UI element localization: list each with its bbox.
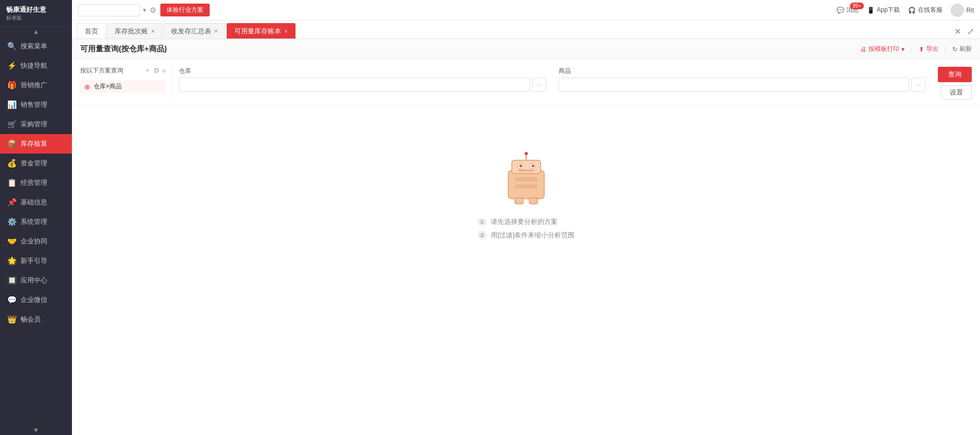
sidebar-logo: 畅康通好生意 标准版 — [6, 5, 66, 22]
svg-rect-10 — [515, 184, 538, 188]
wechat-icon: 💬 — [7, 295, 16, 305]
expand-tab-button[interactable]: ⤢ — [965, 25, 976, 39]
online-service-label: 在线客服 — [918, 6, 942, 14]
close-icon[interactable]: × — [214, 28, 218, 35]
filter-area: 按以下方案查询 ＋ ⚙ « ⊕ 仓库+商品 仓库 — [72, 60, 980, 106]
export-icon: ⬆ — [919, 46, 924, 53]
sidebar-item-label: 采购管理 — [21, 120, 47, 129]
scheme-label: 仓库+商品 — [94, 82, 122, 91]
print-template-button[interactable]: 🖨 按模板打印 ▾ — [860, 45, 904, 53]
sidebar-item-label: 企业协同 — [21, 237, 47, 246]
search-icon: 🔍 — [7, 42, 16, 51]
sidebar-item-apps[interactable]: 🔲 应用中心 — [0, 271, 72, 290]
sidebar-item-guide[interactable]: 🌟 新手引导 — [0, 251, 72, 271]
app-download-label: App下载 — [877, 6, 900, 14]
sidebar-item-basic[interactable]: 📌 基础信息 — [0, 193, 72, 212]
tab-batch-account-label: 库存批次账 — [115, 27, 148, 36]
trial-button[interactable]: 体验行业方案 — [160, 4, 210, 16]
refresh-button[interactable]: ↻ 刷新 — [952, 45, 972, 53]
goods-more-button[interactable]: ··· — [911, 78, 926, 92]
print-icon: 🖨 — [860, 46, 866, 53]
tab-collect-total[interactable]: 收发存汇总表 × — [163, 23, 226, 39]
settings-scheme-button[interactable]: ⚙ — [153, 66, 160, 74]
user-area[interactable]: Rit — [951, 4, 974, 17]
warehouse-more-button[interactable]: ··· — [532, 78, 546, 92]
sidebar-item-system[interactable]: ⚙️ 系统管理 — [0, 212, 72, 232]
chevron-down-icon[interactable]: ▾ — [143, 6, 146, 14]
sidebar-item-operations[interactable]: 📋 经营管理 — [0, 173, 72, 193]
tab-home[interactable]: 首页 — [77, 23, 106, 39]
sidebar-item-search[interactable]: 🔍 搜索菜单 — [0, 36, 72, 56]
query-button[interactable]: 查询 — [938, 67, 972, 82]
enterprise-icon: 🤝 — [7, 237, 16, 246]
avatar — [951, 4, 964, 17]
close-icon[interactable]: × — [151, 28, 155, 35]
sidebar-item-label: 系统管理 — [21, 217, 47, 226]
separator: | — [945, 45, 946, 53]
operations-icon: 📋 — [7, 178, 16, 187]
topbar-right: 💬 消息 99+ 📱 App下载 🎧 在线客服 Rit — [837, 4, 974, 17]
filter-field-goods: 商品 ··· — [559, 67, 926, 92]
sidebar-item-enterprise[interactable]: 🤝 企业协同 — [0, 232, 72, 251]
sidebar-menu: 🔍 搜索菜单 ⚡ 快捷导航 🎁 营销推广 📊 销售管理 🛒 采购管理 📦 库存核… — [0, 36, 72, 425]
username: Rit — [966, 7, 974, 14]
empty-illustration — [495, 147, 557, 209]
shortcut-icon: ⚡ — [7, 61, 16, 70]
collapse-scheme-button[interactable]: « — [162, 66, 166, 74]
gear-icon[interactable]: ⚙ — [150, 6, 156, 15]
svg-point-5 — [531, 165, 534, 167]
online-service-btn[interactable]: 🎧 在线客服 — [908, 6, 942, 14]
warehouse-input[interactable] — [179, 78, 530, 92]
goods-input[interactable] — [559, 78, 910, 92]
filter-field-warehouse: 仓库 ··· — [179, 67, 546, 92]
goods-field-label: 商品 — [559, 67, 926, 75]
sidebar-item-label: 搜索菜单 — [21, 42, 47, 51]
sidebar-item-marketing[interactable]: 🎁 营销推广 — [0, 75, 72, 95]
app-download-btn[interactable]: 📱 App下载 — [867, 6, 900, 14]
topbar-search-area: ▾ ⚙ — [78, 4, 156, 16]
message-badge: 99+ — [850, 3, 864, 9]
export-button[interactable]: ⬆ 导出 — [919, 45, 938, 53]
app-logo-subtitle: 标准版 — [6, 14, 66, 22]
sidebar-item-shortcut[interactable]: ⚡ 快捷导航 — [0, 56, 72, 75]
message-btn[interactable]: 💬 消息 99+ — [837, 6, 859, 14]
settings-button[interactable]: 设置 — [941, 85, 972, 100]
tab-batch-account[interactable]: 库存批次账 × — [107, 23, 162, 39]
scheme-item-warehouse-goods[interactable]: ⊕ 仓库+商品 — [80, 80, 166, 93]
message-icon: 💬 — [837, 7, 844, 14]
filter-fields: 仓库 ··· 商品 ··· 查询 — [179, 66, 972, 100]
sidebar-item-purchase[interactable]: 🛒 采购管理 — [0, 115, 72, 134]
sidebar-item-label: 资金管理 — [21, 159, 47, 168]
page-title: 可用量查询(按仓库+商品) — [80, 44, 167, 54]
headset-icon: 🎧 — [908, 7, 916, 14]
sidebar-item-sales[interactable]: 📊 销售管理 — [0, 95, 72, 115]
sidebar-item-label: 应用中心 — [21, 276, 47, 285]
filter-field-row: ··· — [559, 78, 926, 92]
sidebar-item-inventory[interactable]: 📦 库存核算 — [0, 134, 72, 154]
sidebar-scroll-down[interactable]: ▼ — [0, 425, 72, 435]
page-inner: 可用量查询(按仓库+商品) 🖨 按模板打印 ▾ | ⬆ 导出 | ↻ — [72, 39, 980, 435]
topbar: ▾ ⚙ 体验行业方案 💬 消息 99+ 📱 App下载 🎧 在线客服 Rit — [72, 0, 980, 21]
sidebar-item-member[interactable]: 👑 畅会员 — [0, 310, 72, 329]
filter-actions-right: 查询 设置 — [938, 67, 972, 100]
sidebar-item-finance[interactable]: 💰 资金管理 — [0, 154, 72, 173]
close-tab-button[interactable]: ✕ — [952, 25, 963, 39]
tab-collect-total-label: 收发存汇总表 — [171, 27, 211, 36]
phone-icon: 📱 — [867, 7, 875, 14]
hint-num-1: ① — [477, 217, 487, 226]
tab-available-stock[interactable]: 可用量库存账本 × — [227, 23, 295, 39]
svg-rect-9 — [515, 177, 538, 181]
sidebar-scroll-up[interactable]: ▲ — [0, 26, 72, 36]
filter-scheme-panel: 按以下方案查询 ＋ ⚙ « ⊕ 仓库+商品 — [80, 66, 173, 100]
close-icon[interactable]: × — [284, 28, 288, 35]
sidebar-item-label: 营销推广 — [21, 81, 47, 90]
add-scheme-button[interactable]: ＋ — [144, 66, 151, 75]
sidebar-item-label: 畅会员 — [21, 315, 41, 324]
sidebar-header: 畅康通好生意 标准版 — [0, 0, 72, 26]
sidebar-item-wechat[interactable]: 💬 企业微信 — [0, 290, 72, 310]
filter-field-row: ··· — [179, 78, 546, 92]
topbar-search-input[interactable] — [78, 4, 140, 16]
empty-hint-1: ① 请先选择要分析的方案 — [477, 217, 575, 226]
sidebar-item-label: 新手引导 — [21, 256, 47, 266]
sidebar-item-label: 快捷导航 — [21, 61, 47, 70]
